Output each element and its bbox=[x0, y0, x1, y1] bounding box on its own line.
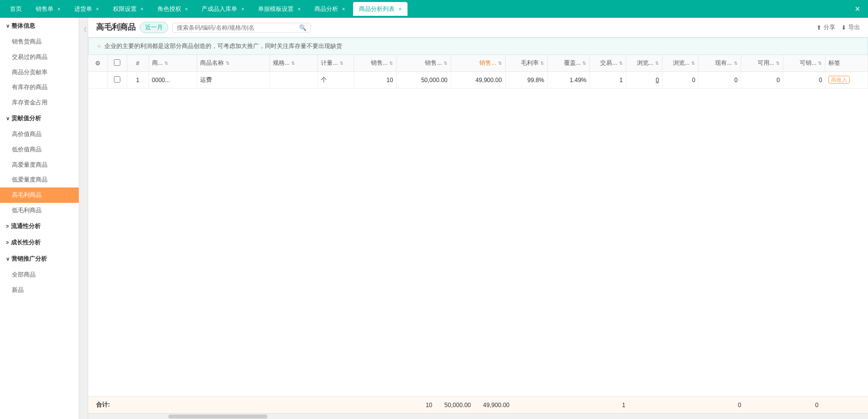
sidebar-toggle-button[interactable]: 《 bbox=[79, 18, 88, 419]
close-all-tabs[interactable]: × bbox=[851, 4, 864, 14]
footer-stock1: 0 bbox=[710, 402, 744, 409]
th-salable[interactable]: 可销... ⇅ bbox=[783, 55, 825, 72]
tab-product-analysis-list-close[interactable]: × bbox=[399, 6, 402, 12]
sidebar-item-low-margin[interactable]: 低毛利商品 bbox=[0, 203, 79, 218]
sidebar-item-all-goods[interactable]: 全部商品 bbox=[0, 267, 79, 282]
chevron-right-icon: > bbox=[6, 224, 9, 229]
row-sales-qty: 10 bbox=[354, 72, 396, 89]
th-sales-amt[interactable]: 销售... ⇅ bbox=[396, 55, 451, 72]
sidebar-section-contribution[interactable]: ∨ 贡献值分析 bbox=[0, 110, 79, 127]
row-gross-rate: 99.8% bbox=[505, 72, 547, 89]
th-sales-qty[interactable]: 销售... ⇅ bbox=[354, 55, 396, 72]
row-trade: 1 bbox=[590, 72, 626, 89]
content-header: 高毛利商品 近一月 🔍 ⬆ 分享 ⬇ 导出 bbox=[88, 18, 868, 38]
sidebar-item-stock-capital[interactable]: 库存资金占用 bbox=[0, 95, 79, 110]
tab-product-analysis-close[interactable]: × bbox=[342, 6, 345, 12]
footer-trade: 1 bbox=[594, 402, 628, 409]
th-spec[interactable]: 规格... ⇅ bbox=[269, 55, 318, 72]
tab-permissions-close[interactable]: × bbox=[141, 6, 144, 12]
th-stock2[interactable]: 可用... ⇅ bbox=[741, 55, 783, 72]
tab-product-entry-close[interactable]: × bbox=[241, 6, 244, 12]
table-row: 1 0000... 运费 个 10 50,000.00 49,900.00 99… bbox=[88, 72, 868, 89]
tip-text: 企业的主要的利润都是这部分商品创造的，可考虑加大推广，同时关注库存量不要出现缺货 bbox=[104, 42, 342, 50]
table-body: 1 0000... 运费 个 10 50,000.00 49,900.00 99… bbox=[88, 72, 868, 89]
sidebar-item-new-goods[interactable]: 新品 bbox=[0, 282, 79, 298]
sidebar-item-contribution-rate[interactable]: 商品分贡献率 bbox=[0, 65, 79, 80]
footer-sales-amt: 50,000.00 bbox=[439, 402, 474, 409]
tab-purchase[interactable]: 进货单 × bbox=[68, 2, 105, 16]
row-num: 1 bbox=[127, 72, 149, 89]
th-tag[interactable]: 标签 bbox=[825, 55, 868, 72]
footer-sales-qty: 10 bbox=[401, 402, 435, 409]
sidebar-item-low-value[interactable]: 低价值商品 bbox=[0, 142, 79, 157]
tab-product-analysis-list[interactable]: 商品分析列表 × bbox=[353, 2, 408, 16]
share-icon: ⬆ bbox=[817, 24, 821, 31]
tab-role-auth-close[interactable]: × bbox=[185, 6, 188, 12]
period-button[interactable]: 近一月 bbox=[140, 22, 168, 33]
th-num[interactable]: # bbox=[127, 55, 149, 72]
sidebar: ∨ 整体信息 销售货商品 交易过的商品 商品分贡献率 有库存的商品 库存资金占用… bbox=[0, 18, 79, 419]
tab-purchase-close[interactable]: × bbox=[96, 6, 99, 12]
tab-home[interactable]: 首页 bbox=[4, 2, 28, 16]
footer-sales-cost: 49,900.00 bbox=[478, 402, 512, 409]
search-icon[interactable]: 🔍 bbox=[299, 24, 306, 31]
content-area: 高毛利商品 近一月 🔍 ⬆ 分享 ⬇ 导出 ✧ 企业的主要的利润都是这部分商品创… bbox=[88, 18, 868, 419]
export-icon: ⬇ bbox=[841, 24, 846, 31]
sidebar-section-marketing[interactable]: ∨ 营销推广分析 bbox=[0, 251, 79, 267]
th-gross-rate[interactable]: 毛利率 ⇅ bbox=[505, 55, 547, 72]
tab-sales-close[interactable]: × bbox=[57, 6, 60, 12]
th-sales-cost[interactable]: 销售... ⇅ bbox=[451, 55, 505, 72]
th-cover[interactable]: 覆盖... ⇅ bbox=[548, 55, 590, 72]
page-title: 高毛利商品 bbox=[96, 22, 136, 33]
sidebar-item-sales-goods[interactable]: 销售货商品 bbox=[0, 34, 79, 49]
th-settings[interactable]: ⚙ bbox=[88, 55, 107, 72]
th-name[interactable]: 商品名称 ⇅ bbox=[197, 55, 269, 72]
search-input[interactable] bbox=[177, 24, 299, 31]
tab-sales[interactable]: 销售单 × bbox=[30, 2, 66, 16]
sidebar-section-overall[interactable]: ∨ 整体信息 bbox=[0, 18, 79, 34]
sidebar-item-traded-goods[interactable]: 交易过的商品 bbox=[0, 49, 79, 65]
share-button[interactable]: ⬆ 分享 bbox=[817, 23, 835, 32]
row-name: 运费 bbox=[197, 72, 269, 89]
tab-product-analysis[interactable]: 商品分析 × bbox=[308, 2, 351, 16]
th-browse2[interactable]: 浏览... ⇅ bbox=[662, 55, 698, 72]
row-check[interactable] bbox=[107, 72, 127, 89]
th-browse1[interactable]: 浏览... ⇅ bbox=[626, 55, 662, 72]
row-code: 0000... bbox=[149, 72, 197, 89]
sidebar-item-low-love[interactable]: 低爱量度商品 bbox=[0, 172, 79, 187]
tab-template-settings[interactable]: 单据模板设置 × bbox=[252, 2, 306, 16]
row-checkbox[interactable] bbox=[114, 76, 120, 83]
sidebar-section-liquidity[interactable]: > 流通性分析 bbox=[0, 218, 79, 234]
row-browse1[interactable]: 0 bbox=[626, 72, 662, 89]
row-cover: 1.49% bbox=[548, 72, 590, 89]
sidebar-item-high-love[interactable]: 高爱量度商品 bbox=[0, 157, 79, 173]
sidebar-item-high-margin[interactable]: 高毛利商品 bbox=[0, 187, 79, 203]
sidebar-item-in-stock[interactable]: 有库存的商品 bbox=[0, 80, 79, 95]
search-box: 🔍 bbox=[172, 23, 311, 33]
footer-label: 合计: bbox=[96, 401, 110, 409]
tab-role-auth[interactable]: 角色授权 × bbox=[152, 2, 194, 16]
table-head: ⚙ # 商... ⇅ 商品名称 ⇅ 规格... ⇅ 计量... ⇅ 销售... … bbox=[88, 55, 868, 72]
bottom-scrollbar[interactable] bbox=[88, 413, 868, 419]
table-container[interactable]: ⚙ # 商... ⇅ 商品名称 ⇅ 规格... ⇅ 计量... ⇅ 销售... … bbox=[88, 55, 868, 396]
footer-salable: 0 bbox=[787, 402, 821, 409]
select-all-checkbox[interactable] bbox=[114, 59, 120, 66]
chevron-right-icon-2: > bbox=[6, 240, 9, 245]
scrollbar-thumb[interactable] bbox=[168, 415, 267, 419]
table-footer: 合计: 10 50,000.00 49,900.00 1 0 0 bbox=[88, 396, 868, 413]
sidebar-section-growth[interactable]: > 成长性分析 bbox=[0, 234, 79, 251]
th-code[interactable]: 商... ⇅ bbox=[149, 55, 197, 72]
th-stock1[interactable]: 现有... ⇅ bbox=[699, 55, 741, 72]
chevron-down-icon-3: ∨ bbox=[6, 256, 9, 262]
main-layout: ∨ 整体信息 销售货商品 交易过的商品 商品分贡献率 有库存的商品 库存资金占用… bbox=[0, 18, 868, 419]
export-button[interactable]: ⬇ 导出 bbox=[841, 23, 860, 32]
th-unit[interactable]: 计量... ⇅ bbox=[318, 55, 354, 72]
row-tag: 高收入 bbox=[825, 72, 868, 89]
product-table: ⚙ # 商... ⇅ 商品名称 ⇅ 规格... ⇅ 计量... ⇅ 销售... … bbox=[88, 55, 868, 89]
tab-template-settings-close[interactable]: × bbox=[298, 6, 301, 12]
th-check[interactable] bbox=[107, 55, 127, 72]
sidebar-item-high-value[interactable]: 高价值商品 bbox=[0, 127, 79, 142]
th-trade[interactable]: 交易... ⇅ bbox=[590, 55, 626, 72]
tab-product-entry[interactable]: 产成品入库单 × bbox=[196, 2, 250, 16]
tab-permissions[interactable]: 权限设置 × bbox=[107, 2, 150, 16]
